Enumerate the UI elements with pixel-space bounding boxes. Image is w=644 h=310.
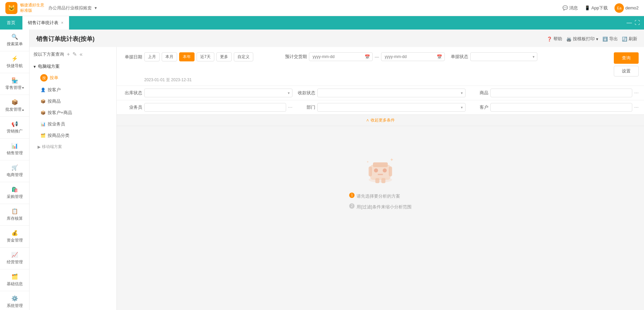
customer-label: 客户 (468, 104, 488, 110)
inventory-icon: 📋 (11, 208, 18, 214)
add-scheme-button[interactable]: + (67, 51, 70, 57)
scheme-by-category[interactable]: 🗂️ 按商品分类 (30, 130, 116, 141)
refresh-button[interactable]: 🔄 刷新 (622, 36, 637, 42)
tip-num-2: 2 (349, 203, 355, 209)
date-btn-this-month[interactable]: 本月 (162, 52, 177, 61)
pc-schemes-section: ▾ 电脑端方案 按 按单 👤 按客户 📦 按商品 (30, 60, 116, 143)
phone-icon: 📱 (585, 5, 590, 10)
product-input[interactable] (490, 89, 632, 97)
date-btn-custom[interactable]: 自定义 (234, 52, 253, 61)
date-btn-last-month[interactable]: 上月 (144, 52, 160, 61)
scheme-by-salesperson[interactable]: 📊 按业务员 (30, 118, 116, 130)
settings-button[interactable]: 设置 (614, 66, 639, 76)
tab-sales-statistics[interactable]: 销售订单统计表 × (22, 16, 69, 30)
sidebar-item-quick-nav[interactable]: ⚡ 快捷导航 (0, 51, 29, 73)
marketing-icon: 📢 (11, 121, 18, 127)
collapse-conditions-bar[interactable]: ∧ 收起更多条件 (117, 114, 644, 126)
export-icon: ⬇️ (602, 37, 608, 42)
sidebar-item-inventory[interactable]: 📋 库存核算 (0, 204, 29, 226)
query-button[interactable]: 查询 (614, 52, 639, 64)
print-dropdown-icon: ▾ (596, 37, 598, 42)
help-button[interactable]: ❓ 帮助 (547, 36, 562, 42)
mobile-section-title[interactable]: ▶ 移动端方案 (30, 143, 116, 151)
page-header-actions: ❓ 帮助 🖨️ 按模板打印 ▾ ⬇️ 导出 🔄 刷新 (547, 36, 637, 42)
operation-icon: 📈 (11, 252, 18, 258)
sidebar-item-wholesale-mgmt[interactable]: 📦 批发管理 ▴ (0, 95, 29, 117)
page-header: 销售订单统计表(按单) ❓ 帮助 🖨️ 按模板打印 ▾ ⬇️ 导出 🔄 刷新 (30, 30, 644, 47)
quick-nav-icon: ⚡ (11, 55, 18, 62)
chevron-up-icon: ▴ (22, 108, 24, 111)
date-label: 单据日期 (122, 54, 142, 60)
page-title: 销售订单统计表(按单) (36, 35, 95, 43)
minimize-icon[interactable]: — (627, 20, 632, 26)
collapse-panel-button[interactable]: « (79, 51, 83, 57)
tab-close-icon[interactable]: × (61, 20, 63, 25)
finance-icon: 💰 (11, 230, 18, 236)
empty-tips: 1 请先选择要分析的方案 2 用[过滤]条件来缩小分析范围 (349, 192, 411, 211)
date-btn-last-7-days[interactable]: 近7天 (197, 52, 214, 61)
sidebar-item-system-mgmt[interactable]: ⚙️ 系统管理 (0, 291, 29, 310)
salesperson-icon: 📊 (40, 121, 46, 127)
empty-tip-1: 1 请先选择要分析的方案 (349, 192, 411, 201)
app-download-button[interactable]: 📱 App下载 (585, 5, 608, 11)
scheme-by-customer[interactable]: 👤 按客户 (30, 84, 116, 96)
export-button[interactable]: ⬇️ 导出 (602, 36, 618, 42)
sidebar-item-finance[interactable]: 💰 资金管理 (0, 226, 29, 248)
scheme-by-product[interactable]: 📦 按商品 (30, 96, 116, 107)
expected-date-label: 预计交货期 (285, 54, 307, 60)
edit-scheme-button[interactable]: ✎ (72, 51, 77, 57)
customer-input[interactable] (490, 103, 632, 112)
message-button[interactable]: 💬 消息 (562, 5, 578, 11)
left-panel: 按以下方案查询 + ✎ « ▾ 电脑端方案 按 按单 👤 (30, 47, 117, 310)
date-btn-more[interactable]: 更多 (216, 52, 232, 61)
empty-state: ✦ ✦ 1 请先选择要分析的方案 2 用[过滤]条件来缩小分析范围 (117, 126, 644, 231)
refresh-icon: 🔄 (622, 37, 627, 42)
department-wrapper (317, 103, 466, 112)
system-mgmt-icon: ⚙️ (11, 295, 18, 302)
product-more-icon[interactable]: ··· (634, 90, 639, 96)
expected-date-end[interactable] (381, 52, 445, 61)
department-label: 部门 (295, 104, 315, 110)
sidebar-item-basic-info[interactable]: 🗂️ 基础信息 (0, 269, 29, 291)
svg-rect-5 (378, 174, 383, 175)
scheme-by-order[interactable]: 按 按单 (30, 71, 116, 84)
salesperson-more-icon[interactable]: ··· (288, 104, 292, 110)
date-btn-this-year[interactable]: 本年 (179, 52, 195, 61)
svg-text:✦: ✦ (390, 157, 394, 162)
tab-home[interactable]: 首页 (0, 16, 22, 30)
date-range-display: 2023-01-01 至 2023-12-31 (144, 78, 192, 82)
sidebar-item-marketing[interactable]: 📢 营销推广 (0, 117, 29, 139)
inner-layout: 按以下方案查询 + ✎ « ▾ 电脑端方案 按 按单 👤 (30, 47, 644, 310)
sidebar-item-purchase[interactable]: 🛍️ 采购管理 (0, 182, 29, 204)
svg-rect-7 (389, 166, 392, 176)
sidebar-item-operation[interactable]: 📈 经营管理 (0, 248, 29, 269)
customer-more-icon[interactable]: ··· (634, 104, 639, 110)
payment-status-select[interactable] (317, 89, 466, 97)
sidebar-item-ecommerce[interactable]: 🛒 电商管理 (0, 160, 29, 182)
category-icon: 🗂️ (40, 133, 46, 138)
template-print-button[interactable]: 🖨️ 按模板打印 ▾ (566, 36, 598, 42)
maximize-icon[interactable]: ⛶ (635, 20, 640, 26)
sales-mgmt-icon: 📊 (11, 143, 18, 149)
retail-mgmt-icon: 🏪 (11, 77, 18, 84)
top-bar-right: 💬 消息 📱 App下载 Ea demo2 (562, 3, 639, 13)
scheme-by-cust-prod[interactable]: 📦 按客户+商品 (30, 107, 116, 118)
tab-bar-right: — ⛶ (627, 20, 644, 26)
logo-text: 畅捷通好生意 标准版 (20, 3, 44, 13)
sidebar-item-sales-mgmt[interactable]: 📊 销售管理 (0, 139, 29, 160)
breadcrumb-dropdown-icon[interactable]: ▾ (95, 5, 97, 10)
department-select[interactable] (317, 103, 466, 112)
expected-date-end-wrapper: 📅 (381, 52, 445, 61)
sidebar: 🔍 搜索菜单 ⚡ 快捷导航 🏪 零售管理 ▾ 📦 批发管理 ▴ 📢 营销推广 (0, 30, 30, 310)
sidebar-item-retail-mgmt[interactable]: 🏪 零售管理 ▾ (0, 73, 29, 95)
ship-status-select[interactable] (144, 89, 292, 97)
expected-date-start[interactable] (309, 52, 373, 61)
status-select[interactable] (470, 52, 537, 61)
salesperson-input[interactable] (144, 103, 286, 112)
tip-num-1: 1 (349, 193, 355, 198)
empty-tip-2: 2 用[过滤]条件来缩小分析范围 (349, 203, 411, 211)
pc-section-title: ▾ 电脑端方案 (30, 61, 116, 71)
user-profile[interactable]: Ea demo2 (614, 3, 639, 13)
sidebar-item-search-menu[interactable]: 🔍 搜索菜单 (0, 30, 29, 51)
status-select-wrapper (470, 52, 537, 61)
